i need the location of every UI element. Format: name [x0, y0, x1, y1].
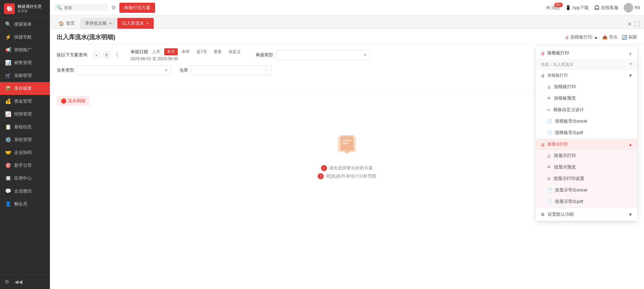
tab-flow[interactable]: 出入库流水 ✕ [117, 18, 154, 29]
date-range-display: 2023-06-01 至 2023-06-30 [130, 56, 178, 62]
current-dropdown-arrow[interactable]: ▼ [628, 62, 633, 67]
date-tag-last-month[interactable]: 上月 [149, 48, 163, 55]
sidebar-item-app-center[interactable]: 🔲应用中心 [0, 172, 50, 185]
sidebar-icon-quick-nav: ⚡ [5, 34, 11, 40]
warehouse-ellipsis-icon[interactable]: ··· [264, 67, 269, 73]
close-tab-icon[interactable]: ✕ [627, 21, 632, 27]
template-print-item-1[interactable]: 👁 按模板预览 [536, 93, 637, 104]
item-icon-3: 📄 [547, 119, 552, 124]
business-type-select[interactable]: ▼ [77, 65, 171, 75]
tabbar: 🏠 首页 库存批次账 ✕ 出入库流水 ✕ ✕ ⛶ [50, 16, 644, 29]
phone-icon: 📱 [565, 5, 571, 10]
display-item-icon-3: 📄 [547, 188, 552, 193]
print-action[interactable]: 🖨 按模板打印 ▲ [565, 34, 598, 40]
template-print-item-4[interactable]: 📄 按模板导出pdf [536, 127, 637, 138]
sidebar-item-finance[interactable]: 💰资金管理 [0, 95, 50, 108]
date-tag-more[interactable]: 更多 [211, 48, 225, 55]
sidebar-item-enterprise[interactable]: 🤝企业协同 [0, 146, 50, 159]
filter-settings-button[interactable]: ⚙ [103, 51, 110, 59]
sidebar: 畅 畅捷通好生意 标准版 🔍搜索菜单⚡快捷导航📢营销推广📊销售管理🛒采购管理📦库… [0, 0, 50, 289]
sidebar-item-member[interactable]: 👤畅会员 [0, 198, 50, 210]
dropdown-up-arrow[interactable]: ▲ [628, 51, 633, 56]
warehouse-select[interactable]: ··· [191, 65, 272, 75]
template-print-item-3[interactable]: 📄 按模板导出excel [536, 115, 637, 127]
sidebar-item-guide[interactable]: 🎯新手引导 [0, 159, 50, 172]
print-icon: 🖨 [565, 35, 569, 40]
sidebar-item-purchase[interactable]: 🛒采购管理 [0, 69, 50, 82]
sidebar-icon-marketing: 📢 [5, 47, 11, 53]
sidebar-label-search: 搜索菜单 [14, 21, 32, 27]
settings-icon[interactable]: ⚙ [5, 279, 9, 285]
display-print-item-4[interactable]: 📄 按显示导出pdf [536, 196, 637, 207]
dropdown-footer[interactable]: ⚙ 设置默认功能 ▼ [536, 208, 637, 221]
sidebar-item-quick-nav[interactable]: ⚡快捷导航 [0, 31, 50, 44]
sidebar-item-sales[interactable]: 📊销售管理 [0, 56, 50, 69]
hint-num-2: 2 [318, 173, 324, 179]
template-print-item-0[interactable]: 🖨 按模板打印 [536, 81, 637, 93]
search-input[interactable] [64, 5, 105, 10]
sidebar-item-inventory[interactable]: 📦库存核算 [0, 82, 50, 95]
display-print-item-3[interactable]: 📄 按显示导出excel [536, 184, 637, 196]
trial-button[interactable]: 体验行业方案 [119, 3, 155, 13]
online-service-button[interactable]: 🎧 在线客服 [594, 5, 618, 11]
tab-close-flow[interactable]: ✕ [146, 21, 149, 26]
topbar-gear-icon[interactable]: ⚙ [111, 4, 116, 11]
collapse-sidebar-icon[interactable]: ◀◀ [14, 279, 23, 285]
date-tag-7days[interactable]: 近7天 [194, 48, 210, 55]
home-icon: 🏠 [59, 21, 64, 26]
date-tag-this-month[interactable]: 本月 [164, 48, 178, 55]
sidebar-item-system[interactable]: ⚙️系统管理 [0, 133, 50, 146]
tab-close-batch[interactable]: ✕ [109, 21, 112, 26]
item-icon-2: ✏ [547, 107, 551, 112]
display-item-icon-0: 🖨 [547, 153, 551, 158]
topbar-search-box[interactable]: 🔍 [54, 4, 108, 11]
sidebar-icon-enterprise: 🤝 [5, 150, 11, 156]
app-download-button[interactable]: 📱 App下载 [565, 5, 589, 11]
template-print-header[interactable]: 🖨 按模板打印 ▼ [536, 70, 637, 81]
sub-nav-icon-flow: 🔴 [61, 98, 66, 104]
svg-text:!: ! [346, 150, 347, 153]
sidebar-item-search[interactable]: 🔍搜索菜单 [0, 18, 50, 31]
filter-add-button[interactable]: + [93, 51, 100, 59]
display-item-icon-1: 👁 [547, 165, 551, 170]
filter-collapse-icon[interactable]: 《 [113, 52, 118, 59]
doc-type-select[interactable]: ▼ [276, 50, 370, 60]
hint-num-1: 1 [321, 165, 327, 171]
filter-search-label: 按以下方案查询 [57, 52, 87, 58]
display-print-item-0[interactable]: 🖨 按显示打印 [536, 150, 637, 161]
sub-nav-flow-detail[interactable]: 🔴 流水明细 [57, 96, 89, 106]
page-content: 出入库流水(流水明细) 🖨 按模板打印 ▲ 📤 导出 🔄 刷新 [50, 29, 644, 289]
topbar-right: ✉ 消息 99+ 📱 App下载 🎧 在线客服 Rit [546, 3, 640, 12]
display-print-item-2[interactable]: ⚙ 按显示打印设置 [536, 173, 637, 184]
warehouse-filter: 仓库 ··· [179, 65, 272, 75]
sidebar-item-marketing[interactable]: 📢营销推广 [0, 44, 50, 56]
refresh-action[interactable]: 🔄 刷新 [622, 34, 637, 40]
print-dropdown-panel: 🖨 按模板打印 ▲ 当前：出入库流水 ▼ 🖨 按模板打印 ▼ [536, 47, 637, 221]
sidebar-item-operations[interactable]: 📈经营管理 [0, 108, 50, 121]
sidebar-item-wechat[interactable]: 💬企业微信 [0, 185, 50, 198]
display-print-header[interactable]: 🖨 按显示打印 ▲ [536, 139, 637, 150]
date-tag-custom[interactable]: 自定义 [226, 48, 243, 55]
sidebar-label-operations: 经营管理 [14, 111, 32, 117]
sidebar-label-guide: 新手引导 [14, 162, 32, 168]
message-icon: ✉ [546, 5, 550, 10]
search-icon: 🔍 [57, 5, 62, 10]
display-print-item-1[interactable]: 👁 按显示预览 [536, 161, 637, 173]
date-tag-this-year[interactable]: 本年 [179, 48, 193, 55]
user-avatar-area[interactable]: Rit [624, 3, 640, 12]
dropdown-print-icon: 🖨 [541, 51, 545, 56]
expand-icon[interactable]: ⛶ [635, 21, 640, 27]
sidebar-icon-sales: 📊 [5, 60, 11, 66]
tab-batch-account[interactable]: 库存批次账 ✕ [80, 18, 117, 29]
sidebar-bottom: ⚙ ◀◀ [0, 274, 50, 289]
export-action[interactable]: 📤 导出 [602, 34, 618, 40]
template-print-item-2[interactable]: ✏ 模板自定义设计 [536, 104, 637, 115]
filter-actions: + ⚙ 《 [93, 51, 118, 59]
sidebar-item-basic[interactable]: 📋基础信息 [0, 121, 50, 133]
business-type-dropdown-arrow: ▼ [164, 68, 168, 73]
message-button[interactable]: ✉ 消息 99+ [546, 5, 560, 11]
sidebar-label-finance: 资金管理 [14, 98, 32, 104]
tab-home[interactable]: 🏠 首页 [54, 18, 80, 29]
sidebar-label-marketing: 营销推广 [14, 47, 32, 53]
sidebar-icon-purchase: 🛒 [5, 73, 11, 79]
